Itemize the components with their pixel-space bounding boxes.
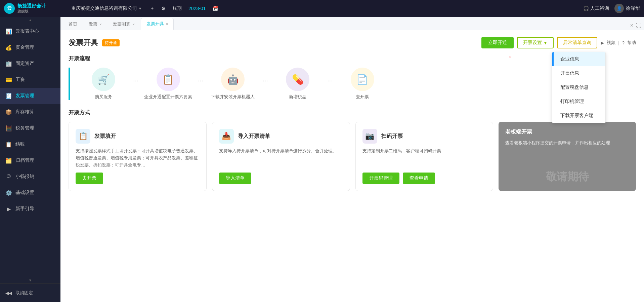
flow-label-qukaipi: 去开票 xyxy=(356,94,369,100)
import-button[interactable]: 导入清单 xyxy=(219,173,251,184)
sidebar-item-jichushezhi[interactable]: ⚙️ 基础设置 xyxy=(0,185,60,201)
sidebar-label-xiaochang: 小畅报销 xyxy=(15,174,34,180)
status-badge: 待开通 xyxy=(102,39,120,46)
calendar-icon[interactable]: 📅 xyxy=(210,4,220,12)
tab-fapiaosuansuan[interactable]: 发票测算 × xyxy=(108,18,140,30)
service-label: 人工咨询 xyxy=(590,5,609,11)
dropdown-menu: 企业信息 开票信息 配置税盘信息 打印机管理 下载开票客户端 xyxy=(552,52,606,123)
method-card-boss: 老板端开票 查看老板端小程序提交的开票申请，并作出相应的处理 敬请期待 xyxy=(499,122,636,191)
tab-fapiao-close[interactable]: × xyxy=(99,22,101,26)
page-content: 发票开具 待开通 立即开通 开票设置 ▼ 异常清单查询 ▶ 视频 | ? xyxy=(60,30,644,302)
sidebar-item-xiaochang[interactable]: © 小畅报销 xyxy=(0,168,60,185)
sidebar-item-jiezhang[interactable]: 📋 结账 xyxy=(0,136,60,152)
chevron-down-icon: ▾ xyxy=(139,6,141,11)
period-label: 账期 xyxy=(170,4,184,13)
top-bar: 云 畅捷通好会计 旗舰版 重庆畅捷交通信息咨询有限公司 ▾ ＋ ⚙ 账期 202… xyxy=(0,0,644,17)
sidebar-label-zijin: 资金管理 xyxy=(15,44,34,50)
logo-area: 云 畅捷通好会计 旗舰版 xyxy=(4,3,65,14)
flow-section: 开票流程 🛒 购买服务 ··· 📋 企业开通配置开票六要素 ··· 🤖 xyxy=(69,55,636,100)
tab-fapiaosuansuan-close[interactable]: × xyxy=(132,22,134,26)
sidebar-label-yunbao: 云报表中心 xyxy=(15,28,39,34)
dropdown-item-peizhi[interactable]: 配置税盘信息 xyxy=(552,80,605,95)
sidebar-label-xinshouyindao: 新手引导 xyxy=(15,206,34,212)
video-help-area: ▶ 视频 | ? 帮助 xyxy=(601,40,636,46)
sidebar-item-zijin[interactable]: 💰 资金管理 xyxy=(0,39,60,55)
zijin-icon: 💰 xyxy=(5,44,12,51)
sidebar-label-jichushezhi: 基础设置 xyxy=(15,190,34,196)
logo-name: 畅捷通好会计 xyxy=(17,3,46,9)
tab-maximize-window[interactable]: ⛶ xyxy=(636,23,641,29)
settings-icon[interactable]: ⚙ xyxy=(159,4,168,12)
activate-button[interactable]: 立即开通 xyxy=(481,37,514,48)
sidebar-scroll-down[interactable]: ▼ xyxy=(0,277,60,284)
main-layout: ▲ 📊 云报表中心 💰 资金管理 🏢 固定资产 💳 工资 🧾 发票管理 xyxy=(0,17,644,302)
guidang-icon: 🗂️ xyxy=(5,157,12,164)
cancel-fixed-button[interactable]: ◀◀ 取消固定 xyxy=(0,287,60,299)
sidebar-bottom: ◀◀ 取消固定 xyxy=(0,284,60,302)
username: 徐泽华 xyxy=(626,5,640,11)
logo-text-area: 畅捷通好会计 旗舰版 xyxy=(17,3,46,14)
flow-label-qiyekaipiao: 企业开通配置开票六要素 xyxy=(144,94,192,100)
period-value: 2023-01 xyxy=(186,4,208,12)
dropdown-item-qiyexinxi[interactable]: 企业信息 xyxy=(552,52,605,66)
sidebar-item-kucun[interactable]: 📦 库存核算 xyxy=(0,104,60,120)
tab-home[interactable]: 首页 xyxy=(63,18,83,30)
fill-go-button[interactable]: 去开票 xyxy=(76,173,103,184)
tab-close-window[interactable]: × xyxy=(630,23,633,29)
sidebar-item-gudingzichan[interactable]: 🏢 固定资产 xyxy=(0,55,60,72)
gudingzichan-icon: 🏢 xyxy=(5,60,12,67)
sidebar-label-kucun: 库存核算 xyxy=(15,109,34,115)
jiezhang-icon: 📋 xyxy=(5,141,12,148)
dropdown-item-kaipiaoxinxi[interactable]: 开票信息 xyxy=(552,66,605,80)
shuiwu-icon: 🧮 xyxy=(5,125,12,131)
flow-step-xinzeng: 💊 新增税盘 xyxy=(271,68,325,100)
fill-desc: 支持按照发票样式手工填开发票；可开具增值税电子普通发票、增值税普通发票、增值税专… xyxy=(76,148,200,168)
import-title: 导入开票清单 xyxy=(238,133,270,140)
tab-bar: 首页 发票 × 发票测算 × 发票开具 × × ⛶ xyxy=(60,17,644,30)
play-icon[interactable]: ▶ xyxy=(601,40,604,45)
page-title-area: 发票开具 待开通 xyxy=(69,38,120,48)
invoice-methods-title: 开票方式 xyxy=(69,109,636,116)
top-actions: ＋ ⚙ 账期 2023-01 📅 xyxy=(148,4,220,13)
sidebar-item-fapiao[interactable]: 🧾 发票管理 xyxy=(0,88,60,104)
import-desc: 支持导入待开票清单，可对待开票清单进行拆分、合并处理。 xyxy=(219,148,343,168)
yunbao-icon: 📊 xyxy=(5,28,12,35)
header-actions: 立即开通 开票设置 ▼ 异常清单查询 ▶ 视频 | ? 帮助 xyxy=(481,37,636,48)
anomaly-button[interactable]: 异常清单查询 xyxy=(557,37,597,48)
sidebar-item-yunbao[interactable]: 📊 云报表中心 xyxy=(0,23,60,39)
dropdown-item-xiazai[interactable]: 下载开票客户端 xyxy=(552,109,605,123)
xinshouyindao-icon: ▶ xyxy=(5,205,12,212)
scan-apply-button[interactable]: 查看申请 xyxy=(403,173,435,184)
gongzi-icon: 💳 xyxy=(5,76,12,83)
service-button[interactable]: 🎧 人工咨询 xyxy=(583,5,609,11)
kucun-icon: 📦 xyxy=(5,109,12,115)
tab-fapiaokaiju-close[interactable]: × xyxy=(166,22,168,26)
flow-steps-container: 🛒 购买服务 ··· 📋 企业开通配置开票六要素 ··· 🤖 下载并安装开票机器… xyxy=(69,68,636,100)
add-icon[interactable]: ＋ xyxy=(148,4,157,13)
settings-button[interactable]: 开票设置 ▼ xyxy=(517,37,554,48)
sidebar-label-jiezhang: 结账 xyxy=(15,141,25,147)
tab-fapiaokaiju[interactable]: 发票开具 × xyxy=(141,18,174,30)
flow-arrow-3: ··· xyxy=(262,77,268,91)
dropdown-item-dayinji[interactable]: 打印机管理 xyxy=(552,95,605,109)
sidebar-item-gongzi[interactable]: 💳 工资 xyxy=(0,72,60,88)
tab-fapiao-label: 发票 xyxy=(89,21,97,27)
sidebar-item-xinshouyindao[interactable]: ▶ 新手引导 xyxy=(0,201,60,217)
tab-fapiaosuansuan-label: 发票测算 xyxy=(113,21,130,27)
tab-fapiao[interactable]: 发票 × xyxy=(83,18,107,30)
flow-label-xinzeng: 新增税盘 xyxy=(289,94,306,100)
sidebar-label-guidang: 归档管理 xyxy=(15,157,34,163)
sidebar-item-guidang[interactable]: 🗂️ 归档管理 xyxy=(0,152,60,168)
scan-icon: 📷 xyxy=(362,129,377,144)
flow-label-xiazai: 下载并安装开票机器人 xyxy=(211,94,255,100)
sidebar-scroll-up[interactable]: ▲ xyxy=(0,17,60,23)
company-selector[interactable]: 重庆畅捷交通信息咨询有限公司 ▾ xyxy=(69,4,144,13)
scan-manage-button[interactable]: 开票码管理 xyxy=(362,173,399,184)
sidebar-label-gongzi: 工资 xyxy=(15,77,25,83)
sidebar-item-shuiwu[interactable]: 🧮 税务管理 xyxy=(0,120,60,136)
dropdown-arrow-icon: ▼ xyxy=(543,40,548,45)
page-title: 发票开具 xyxy=(69,38,98,48)
fill-title: 发票填开 xyxy=(94,133,116,140)
user-area[interactable]: 👤 徐泽华 xyxy=(614,4,640,13)
flow-arrow-4: ··· xyxy=(327,77,333,91)
